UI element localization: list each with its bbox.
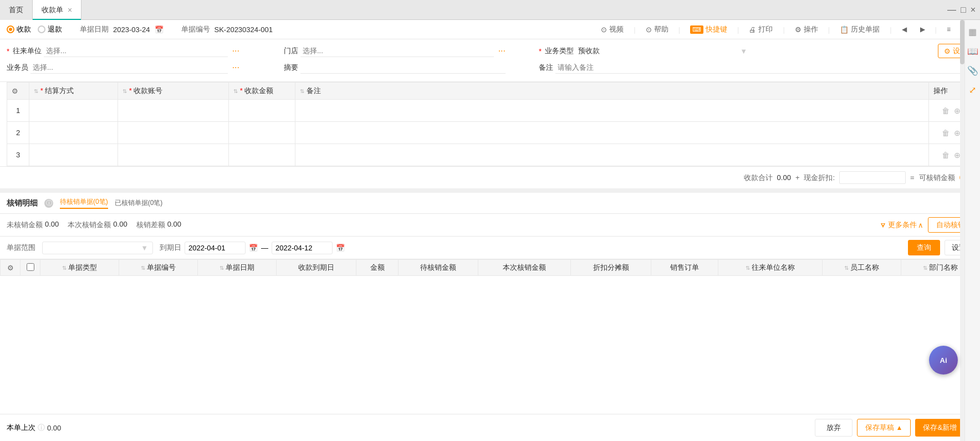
store-input[interactable] [300, 45, 494, 57]
calendar-to-icon[interactable]: 📅 [336, 244, 345, 252]
date-from-input[interactable] [185, 242, 246, 254]
counterpart-more-icon[interactable]: ··· [232, 46, 239, 56]
row-amount-3[interactable] [229, 144, 295, 166]
video-icon: ⊙ [601, 25, 607, 34]
help-icon: ⊙ [646, 25, 652, 34]
th-pending: 待核销金额 [398, 260, 478, 276]
row-remark-2[interactable] [295, 122, 929, 144]
table-row: 3 🗑 ⊕ [7, 144, 973, 166]
bottom-value: 0.00 [47, 424, 61, 432]
history-label: 历史单据 [851, 24, 880, 34]
counterpart-field: * 往来单位 ··· [7, 45, 239, 57]
counterpart-input[interactable] [44, 45, 228, 57]
recon-stats-row: 未核销金额 0.00 本次核销金额 0.00 核销差额 0.00 ⛛ 更多条件 … [0, 214, 980, 237]
date-to-input[interactable] [272, 242, 333, 254]
staff-more-icon[interactable]: ··· [232, 63, 239, 73]
nav-prev-btn[interactable]: ◀ [899, 24, 910, 34]
form-row-2: 业务员 ··· 摘要 备注 [7, 61, 973, 74]
radio-group: 收款 退款 [7, 24, 62, 34]
video-btn[interactable]: ⊙ 视频 [598, 23, 627, 35]
bottom-info-icon[interactable]: ⓘ [38, 423, 45, 433]
print-btn[interactable]: 🖨 打印 [746, 23, 776, 35]
due-date-filter: 到期日 📅 — 📅 [160, 242, 345, 254]
list-view-btn[interactable]: ≡ [943, 24, 954, 34]
business-type-dropdown[interactable]: 预收款 ▼ [576, 44, 749, 58]
radio-receive-label: 收款 [17, 24, 31, 34]
row-settle-2[interactable] [29, 122, 118, 144]
number-label: 单据编号 [181, 24, 210, 34]
row-amount-2[interactable] [229, 122, 295, 144]
sidebar-table-icon[interactable]: ▦ [966, 24, 979, 39]
minimize-icon[interactable]: — [947, 5, 956, 15]
th-gear-recon: ⚙ [1, 260, 21, 276]
calendar-icon[interactable]: 📅 [155, 25, 164, 34]
tab-active-receive[interactable]: 收款单 × [33, 0, 81, 20]
copy-icon-2[interactable]: ⊕ [954, 129, 961, 137]
th-current-label: 本次核销金额 [503, 263, 546, 271]
tab-close-icon[interactable]: × [68, 6, 72, 14]
delete-icon-3[interactable]: 🗑 [942, 151, 950, 160]
required-mark2: * [129, 86, 132, 95]
row-amount-1[interactable] [229, 100, 295, 122]
shortcut-btn[interactable]: ⌨ 快捷键 [687, 23, 731, 35]
calendar-from-icon[interactable]: 📅 [249, 244, 258, 252]
store-more-icon[interactable]: ··· [498, 46, 506, 56]
row-settle-1[interactable] [29, 100, 118, 122]
copy-icon-1[interactable]: ⊕ [954, 106, 961, 115]
recon-header: 核销明细 ⓘ 待核销单据(0笔) 已核销单据(0笔) [0, 193, 980, 214]
ai-label: Ai [940, 356, 947, 365]
row-remark-3[interactable] [295, 144, 929, 166]
bottom-bar: 本单上次 ⓘ 0.00 放弃 保存草稿 ▲ 保存&新增 ▲ [0, 414, 980, 441]
staff-input[interactable] [30, 61, 228, 74]
tab-home[interactable]: 首页 [0, 0, 33, 20]
recon-info-icon[interactable]: ⓘ [44, 199, 53, 208]
summary-field: 摘要 [284, 61, 506, 74]
recon-tab-pending[interactable]: 待核销单据(0笔) [60, 197, 108, 209]
discount-input[interactable] [839, 171, 906, 184]
delete-icon-1[interactable]: 🗑 [942, 106, 950, 115]
maximize-icon[interactable]: □ [961, 5, 966, 15]
toolbar: 收款 退款 单据日期 2023-03-24 📅 单据编号 SK-20230324… [0, 20, 980, 39]
row-account-1[interactable] [118, 100, 229, 122]
abandon-button[interactable]: 放弃 [815, 419, 853, 437]
table-gear-icon[interactable]: ⚙ [12, 87, 18, 95]
scroll-thumb[interactable] [960, 20, 964, 64]
recon-tab-done[interactable]: 已核销单据(0笔) [115, 198, 163, 208]
history-btn[interactable]: 📋 历史单据 [836, 23, 883, 35]
th-checkbox [21, 260, 40, 276]
help-btn[interactable]: ⊙ 帮助 [642, 23, 672, 35]
remark-input[interactable] [555, 61, 973, 74]
sidebar-clip-icon[interactable]: 📎 [965, 63, 981, 78]
save-draft-button[interactable]: 保存草稿 ▲ [857, 419, 911, 437]
row-account-3[interactable] [118, 144, 229, 166]
copy-icon-3[interactable]: ⊕ [954, 151, 961, 160]
sidebar-book-icon[interactable]: 📖 [965, 44, 981, 59]
ai-button[interactable]: Ai [929, 346, 958, 375]
row-remark-1[interactable] [295, 100, 929, 122]
delete-icon-2[interactable]: 🗑 [942, 129, 950, 137]
select-all-checkbox[interactable] [27, 263, 34, 271]
th-type: ⇅ 单据类型 [40, 260, 119, 276]
row-account-2[interactable] [118, 122, 229, 144]
th-discount-label: 折扣分摊额 [593, 263, 629, 271]
staff-field: 业务员 ··· [7, 61, 239, 74]
nav-next-btn[interactable]: ▶ [917, 24, 928, 34]
row-num-1: 1 [7, 100, 29, 122]
operation-btn[interactable]: ⚙ 操作 [792, 23, 821, 35]
range-dropdown[interactable]: ▼ [42, 242, 153, 254]
summary-row: 收款合计 0.00 + 现金折扣: = 可核销金额 0.00 [0, 166, 980, 188]
th-staff: ⇅ 员工名称 [823, 260, 901, 276]
radio-refund[interactable]: 退款 [38, 24, 62, 34]
more-conditions-btn[interactable]: ⛛ 更多条件 ∧ [880, 220, 923, 230]
radio-receive[interactable]: 收款 [7, 24, 31, 34]
query-button[interactable]: 查询 [908, 240, 940, 255]
shortcut-label: 快捷键 [706, 24, 727, 34]
recon-gear-icon[interactable]: ⚙ [7, 264, 14, 272]
window-close-icon[interactable]: × [971, 5, 976, 15]
radio-refund-label: 退款 [48, 24, 62, 34]
row-settle-3[interactable] [29, 144, 118, 166]
summary-input[interactable] [300, 61, 506, 74]
sidebar-expand-icon[interactable]: ⤢ [967, 83, 978, 98]
range-label: 单据范围 [7, 243, 35, 253]
recon-stats: 未核销金额 0.00 本次核销金额 0.00 核销差额 0.00 [7, 220, 181, 230]
